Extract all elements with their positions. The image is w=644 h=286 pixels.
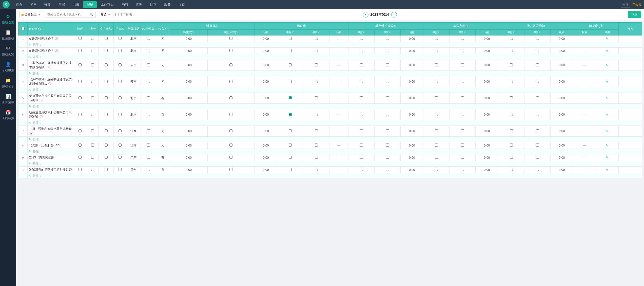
vat-pay-checkbox[interactable] bbox=[315, 37, 318, 40]
edu-declare-checkbox[interactable] bbox=[435, 49, 438, 52]
confirm-checkbox[interactable] bbox=[105, 168, 108, 171]
local-pay-checkbox[interactable] bbox=[536, 63, 539, 66]
edu-declare-checkbox[interactable] bbox=[435, 168, 438, 171]
employee-filter[interactable]: 全部员工 ▼ bbox=[19, 11, 43, 18]
vat-declare-checkbox[interactable] bbox=[289, 144, 292, 147]
edu-declare-checkbox[interactable] bbox=[435, 144, 438, 147]
city-declare-checkbox[interactable] bbox=[360, 168, 363, 171]
edu-pay-checkbox[interactable] bbox=[461, 37, 464, 40]
confirm-checkbox[interactable] bbox=[105, 156, 108, 159]
edu-declare-checkbox[interactable] bbox=[435, 63, 438, 66]
card-checkbox[interactable] bbox=[91, 129, 94, 132]
edit-icon[interactable]: ✎ bbox=[606, 129, 609, 133]
taxdev-checkbox[interactable] bbox=[147, 49, 150, 52]
edu-pay-checkbox[interactable] bbox=[461, 63, 464, 66]
member-button[interactable]: 稻会员 bbox=[632, 3, 641, 7]
vat-declare-checkbox[interactable] bbox=[289, 80, 292, 83]
nav-manage[interactable]: 管理 bbox=[132, 1, 146, 8]
city-declare-checkbox[interactable] bbox=[360, 37, 363, 40]
note-edit-icon[interactable]: ✎ bbox=[29, 43, 31, 46]
taxdev-checkbox[interactable] bbox=[147, 80, 150, 83]
vat-declare-checkbox[interactable] bbox=[289, 96, 292, 99]
fin-year-checkbox[interactable] bbox=[229, 80, 232, 83]
card-checkbox[interactable] bbox=[91, 49, 94, 52]
note-edit-icon[interactable]: ✎ bbox=[29, 121, 31, 124]
error-icon[interactable]: ⓘ bbox=[40, 99, 43, 102]
vat-pay-checkbox[interactable] bbox=[315, 113, 318, 116]
confirm-checkbox[interactable] bbox=[105, 49, 108, 52]
edit-icon[interactable]: ✎ bbox=[606, 96, 609, 100]
filed-checkbox[interactable] bbox=[119, 144, 122, 147]
vat-pay-checkbox[interactable] bbox=[315, 129, 318, 132]
nav-business[interactable]: 工商项目 bbox=[97, 1, 118, 8]
edit-icon[interactable]: ✎ bbox=[606, 113, 609, 117]
confirm-checkbox[interactable] bbox=[105, 37, 108, 40]
vat-pay-checkbox[interactable] bbox=[315, 168, 318, 171]
city-pay-checkbox[interactable] bbox=[386, 144, 389, 147]
fullscreen-button[interactable]: 全屏 bbox=[621, 2, 630, 8]
sidebar-item-tax-records[interactable]: 📁 报税记录 bbox=[1, 76, 15, 91]
taxdev-checkbox[interactable] bbox=[147, 63, 150, 66]
local-pay-checkbox[interactable] bbox=[536, 144, 539, 147]
search-input[interactable] bbox=[47, 13, 90, 16]
fin-year-checkbox[interactable] bbox=[229, 129, 232, 132]
error-icon[interactable]: ⓘ bbox=[48, 82, 51, 85]
table-wrapper[interactable]: 客户名称 抄税 清卡 客户确认 已完税 所属地区 税控设备 收入 C 财报报表 … bbox=[16, 20, 644, 286]
vat-declare-checkbox[interactable] bbox=[289, 168, 292, 171]
city-declare-checkbox[interactable] bbox=[360, 96, 363, 99]
filed-checkbox[interactable] bbox=[119, 129, 122, 132]
city-pay-checkbox[interactable] bbox=[386, 156, 389, 159]
city-declare-checkbox[interactable] bbox=[360, 80, 363, 83]
nav-tax[interactable]: 报税 bbox=[83, 1, 97, 8]
taxdev-checkbox[interactable] bbox=[147, 156, 150, 159]
city-pay-checkbox[interactable] bbox=[386, 37, 389, 40]
fin-year-checkbox[interactable] bbox=[229, 168, 232, 171]
confirm-checkbox[interactable] bbox=[105, 144, 108, 147]
edu-pay-checkbox[interactable] bbox=[461, 144, 464, 147]
note-edit-icon[interactable]: ✎ bbox=[29, 88, 31, 91]
confirm-checkbox[interactable] bbox=[105, 113, 108, 116]
tax-checkbox[interactable] bbox=[79, 37, 82, 40]
error-icon[interactable]: ⓘ bbox=[40, 115, 43, 118]
city-pay-checkbox[interactable] bbox=[386, 63, 389, 66]
taxdev-checkbox[interactable] bbox=[147, 37, 150, 40]
vat-declare-checkbox[interactable] bbox=[289, 113, 292, 116]
nav-accounting[interactable]: 记账 bbox=[69, 1, 83, 8]
city-declare-checkbox[interactable] bbox=[360, 129, 363, 132]
sidebar-item-annual-report[interactable]: 📅 工商年报 bbox=[1, 108, 15, 122]
local-declare-checkbox[interactable] bbox=[510, 80, 513, 83]
edit-icon[interactable]: ✎ bbox=[606, 49, 609, 53]
sidebar-item-personal-tax[interactable]: 👤 个税申报 bbox=[1, 60, 15, 75]
city-pay-checkbox[interactable] bbox=[386, 80, 389, 83]
local-pay-checkbox[interactable] bbox=[536, 168, 539, 171]
edu-pay-checkbox[interactable] bbox=[461, 80, 464, 83]
local-declare-checkbox[interactable] bbox=[510, 63, 513, 66]
local-pay-checkbox[interactable] bbox=[536, 113, 539, 116]
edit-icon[interactable]: ✎ bbox=[606, 80, 609, 84]
sidebar-item-batch-tax[interactable]: 📋 批量报税 bbox=[1, 28, 15, 43]
local-declare-checkbox[interactable] bbox=[510, 37, 513, 40]
confirm-checkbox[interactable] bbox=[105, 63, 108, 66]
local-pay-checkbox[interactable] bbox=[536, 96, 539, 99]
edit-icon[interactable]: ✎ bbox=[606, 156, 609, 159]
download-button[interactable]: 下载 bbox=[628, 11, 641, 18]
local-declare-checkbox[interactable] bbox=[510, 144, 513, 147]
edit-icon[interactable]: ✎ bbox=[606, 168, 609, 172]
card-checkbox[interactable] bbox=[91, 37, 94, 40]
taxdev-checkbox[interactable] bbox=[147, 168, 150, 171]
city-declare-checkbox[interactable] bbox=[360, 113, 363, 116]
tax-checkbox[interactable] bbox=[79, 168, 82, 171]
city-pay-checkbox[interactable] bbox=[386, 49, 389, 52]
local-declare-checkbox[interactable] bbox=[510, 129, 513, 132]
named-table-checkbox-label[interactable]: 名下标表 bbox=[115, 12, 132, 17]
fin-year-checkbox[interactable] bbox=[229, 156, 232, 159]
sidebar-item-tax-settings[interactable]: ⚙ 报税设置 bbox=[1, 12, 15, 27]
card-checkbox[interactable] bbox=[91, 168, 94, 171]
tax-checkbox[interactable] bbox=[79, 80, 82, 83]
error-icon[interactable]: ⓘ bbox=[55, 49, 58, 52]
nav-operation[interactable]: 经营 bbox=[146, 1, 160, 8]
edit-icon[interactable]: ✎ bbox=[606, 144, 609, 147]
city-declare-checkbox[interactable] bbox=[360, 49, 363, 52]
edu-pay-checkbox[interactable] bbox=[461, 168, 464, 171]
local-declare-checkbox[interactable] bbox=[510, 96, 513, 99]
